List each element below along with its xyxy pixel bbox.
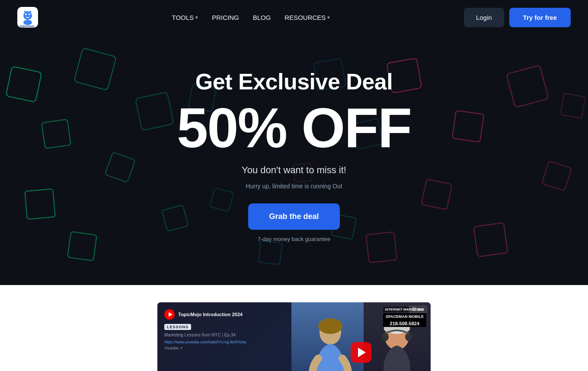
nav-pricing[interactable]: PRICING (212, 14, 239, 21)
login-button[interactable]: Login (464, 8, 504, 27)
resources-chevron-icon: ▾ (327, 15, 330, 20)
video-section: TopicMojo Introduction 2024 LESSONS Mark… (0, 285, 588, 371)
spaceman-mobile-label: SPACEMAN MOBILE (383, 313, 426, 320)
hero-subtitle: You don't want to miss it! (242, 165, 346, 176)
video-url: https://www.youtube.com/watch?v=cjj-ibXP… (164, 340, 246, 344)
hero-guarantee: 7-day money back guarantee (258, 236, 330, 242)
phone-number: 218-508-5824 (383, 320, 426, 327)
hero-title: Get Exclusive Deal (195, 69, 393, 95)
video-title: TopicMojo Introduction 2024 (178, 312, 243, 317)
nav-resources[interactable]: RESOURCES ▾ (284, 14, 330, 21)
hero-content: Get Exclusive Deal 50% OFF You don't wan… (160, 60, 428, 260)
video-lessons-badge: LESSONS (164, 324, 191, 330)
svg-point-40 (382, 333, 389, 341)
video-header: TopicMojo Introduction 2024 (164, 309, 243, 320)
svg-point-2 (25, 13, 27, 15)
video-container: TopicMojo Introduction 2024 LESSONS Mark… (157, 302, 431, 371)
video-marketing-text: Marketing Lessons from NYC | Ep.34 (164, 333, 236, 337)
svg-text:topicmojo: topicmojo (20, 25, 34, 28)
navbar: topicmojo TOOLS ▾ PRICING BLOG RESOURCES… (0, 0, 588, 35)
video-right-panel: INTERNET MARKETING SPACEMAN MOBILE 218-5… (291, 302, 431, 371)
svg-point-3 (29, 13, 30, 15)
video-left-panel: TopicMojo Introduction 2024 LESSONS Mark… (157, 302, 291, 371)
video-youtube-link: Youtube ↗ (164, 346, 183, 350)
video-share-button[interactable]: Share (409, 306, 427, 313)
nav-tools[interactable]: TOOLS ▾ (172, 14, 198, 21)
svg-point-35 (318, 318, 342, 334)
nav-blog[interactable]: BLOG (253, 14, 271, 21)
try-free-button[interactable]: Try for free (509, 8, 571, 27)
svg-marker-32 (169, 312, 173, 317)
video-play-button[interactable] (351, 342, 371, 363)
nav-actions: Login Try for free (464, 8, 571, 27)
hero-section: Get Exclusive Deal 50% OFF You don't wan… (0, 35, 588, 285)
hero-discount: 50% OFF (177, 100, 411, 156)
youtube-logo-icon (164, 309, 175, 320)
grab-deal-button[interactable]: Grab the deal (248, 203, 339, 230)
external-link-icon: ↗ (179, 346, 183, 350)
svg-point-1 (23, 11, 32, 20)
nav-links: TOOLS ▾ PRICING BLOG RESOURCES ▾ (172, 14, 330, 21)
tools-chevron-icon: ▾ (195, 15, 198, 20)
logo[interactable]: topicmojo (17, 7, 38, 28)
svg-point-41 (405, 333, 412, 341)
hero-hurry-text: Hurry up, limited time is running Out (246, 183, 342, 190)
